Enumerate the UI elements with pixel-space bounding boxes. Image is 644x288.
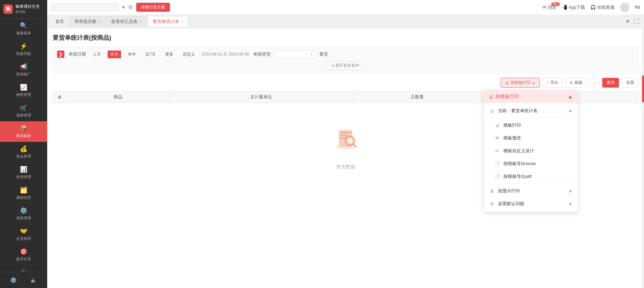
- sidebar-item-guide[interactable]: 🎯 新手引导: [0, 245, 47, 265]
- sidebar-item-sales[interactable]: 📈 销售管理: [0, 80, 47, 101]
- sidebar-item-operation[interactable]: 📊 经营管理: [0, 162, 47, 183]
- username-label[interactable]: Rit: [635, 5, 640, 10]
- print-template-button[interactable]: 🖨 按模板打印 ▲: [501, 78, 540, 88]
- template-preview-icon: 👁: [495, 135, 500, 141]
- tab-order-summary-close[interactable]: ×: [181, 20, 183, 24]
- inventory-icon: 📦: [20, 125, 27, 132]
- settings-button[interactable]: 设置: [622, 78, 639, 88]
- th-unit: 主计量单位: [170, 91, 352, 103]
- refresh-icon: ↻: [570, 81, 573, 85]
- template-custom-icon: ✏: [495, 148, 500, 154]
- sidebar-item-label: 搜索菜单: [16, 31, 31, 36]
- app-download-button[interactable]: 📲 App下载: [562, 4, 585, 10]
- sidebar-item-marketing[interactable]: 📢 营销推广: [0, 60, 47, 80]
- date-custom-button[interactable]: 自定义: [180, 51, 198, 58]
- date-filter-label: 单据日期: [68, 51, 86, 57]
- sales-icon: 📈: [20, 84, 27, 91]
- sidebar-sound-button[interactable]: 🔈: [29, 276, 38, 285]
- operation-icon: 📊: [20, 166, 27, 173]
- purchase-icon: 🛒: [20, 104, 27, 111]
- query-button[interactable]: 查询: [602, 78, 619, 88]
- template-export-pdf-item[interactable]: 📄 按模板导出pdf: [484, 170, 578, 183]
- print-current-item[interactable]: 🖨 当前：要货单统计表 ▶: [484, 104, 578, 117]
- online-service-label: 在线客服: [597, 4, 615, 10]
- headset-icon: 🎧: [590, 5, 596, 10]
- logo-icon: 畅: [3, 4, 13, 14]
- filter-expand-icon-button[interactable]: ❯: [57, 51, 64, 58]
- th-quantity: 主数量: [352, 91, 482, 103]
- tab-home[interactable]: 首页: [51, 17, 69, 27]
- template-export-excel-item[interactable]: 📄 按模板导出excel: [484, 157, 578, 170]
- refresh-button[interactable]: ↻ 刷新: [565, 78, 587, 88]
- app-download-icon: 📲: [562, 5, 567, 10]
- sidebar-item-search[interactable]: 🔍 搜索菜单: [0, 19, 47, 39]
- template-preview-item[interactable]: 👁 模板预览: [484, 132, 578, 145]
- table-toolbar: 🖨 按模板打印 ▲ ↑ 导出 ↻ 刷新 ... 查询 设置: [53, 78, 639, 88]
- settings-label: 设置: [626, 80, 634, 85]
- sidebar-item-quick-nav[interactable]: ⚡ 快捷导航: [0, 39, 47, 60]
- template-print-icon: 🖨: [495, 123, 500, 128]
- print-dropdown-body: 🖨 当前：要货单统计表 ▶ 🖨 模板打印 👁 模板预览: [484, 103, 578, 212]
- user-avatar[interactable]: [620, 3, 630, 12]
- sidebar-item-label: 经营管理: [16, 174, 31, 180]
- content-area: 要货单统计表(按商品) ❯ 单据日期 上月 本月 本年 近7天 更多 自定义 2…: [47, 28, 644, 288]
- sidebar-item-system[interactable]: ⚙️ 系统管理: [0, 203, 47, 224]
- more-options-button[interactable]: ...: [590, 78, 599, 87]
- tab-close-all-button[interactable]: ✕: [624, 18, 631, 25]
- expand-icon: ▾: [332, 63, 334, 68]
- date-more-button[interactable]: 更多: [163, 51, 176, 58]
- type-select[interactable]: [275, 50, 315, 58]
- print-header-icon: 🖨: [489, 94, 493, 99]
- topbar-search-input[interactable]: [51, 3, 119, 11]
- app-logo: 畅 畅康通好生意 标准版: [0, 0, 47, 19]
- sidebar-item-finance[interactable]: 💰 资金管理: [0, 142, 47, 162]
- default-settings-icon: ⚙: [489, 201, 495, 206]
- date-this-year-button[interactable]: 本年: [125, 51, 139, 58]
- svg-rect-2: [340, 132, 351, 133]
- messages-button[interactable]: ✉ 消息 99+: [543, 4, 556, 10]
- topbar-gear-icon[interactable]: ⚙: [128, 4, 133, 10]
- template-print-item[interactable]: 🖨 模板打印: [484, 119, 578, 132]
- messages-count: 99+: [551, 2, 560, 6]
- default-settings-label: 设置默认功能: [498, 201, 524, 207]
- tab-maximize-button[interactable]: ⛶: [633, 18, 641, 25]
- sidebar-item-purchase[interactable]: 🛒 采购管理: [0, 101, 47, 121]
- sidebar-item-inventory[interactable]: 📦 库存核算: [0, 121, 47, 142]
- print-dropdown-close-button[interactable]: ▲: [567, 94, 573, 100]
- trial-button[interactable]: 体验行业方案: [136, 3, 170, 12]
- export-button[interactable]: ↑ 导出: [543, 78, 563, 88]
- tab-collection-summary-close[interactable]: ×: [140, 20, 142, 24]
- print-arrow-icon: ▲: [532, 81, 535, 85]
- default-settings-item[interactable]: ⚙ 设置默认功能 ▶: [484, 197, 578, 210]
- sidebar-item-app-center[interactable]: 📱 应用中心: [0, 265, 47, 272]
- tab-inventory-batch[interactable]: 库存批次账 ×: [69, 16, 106, 27]
- online-service-button[interactable]: 🎧 在线客服: [590, 4, 615, 10]
- collab-icon: 🤝: [20, 227, 27, 235]
- sidebar-item-collab[interactable]: 🤝 企业协同: [0, 224, 47, 245]
- search-nav-icon: 🔍: [20, 22, 27, 29]
- scroll-thumb[interactable]: [642, 75, 644, 102]
- print-label: 按模板打印: [510, 80, 531, 86]
- dots-label: ...: [593, 80, 596, 85]
- excel-icon: 📄: [495, 161, 500, 166]
- sidebar-item-base[interactable]: 🗂️ 基础信息: [0, 183, 47, 203]
- tab-order-summary[interactable]: 要货单统计表 ×: [148, 16, 188, 27]
- guide-icon: 🎯: [20, 248, 27, 255]
- date-this-month-button[interactable]: 本月: [108, 51, 121, 58]
- topbar-dropdown-icon[interactable]: ▾: [122, 4, 125, 10]
- template-custom-item[interactable]: ✏ 模板自定义设计: [484, 145, 578, 157]
- sidebar-settings-button[interactable]: ⚙️: [9, 276, 18, 285]
- th-settings[interactable]: ⚙: [53, 91, 66, 103]
- sidebar-item-label: 营销推广: [16, 72, 31, 77]
- topbar-right: ✉ 消息 99+ 📲 App下载 🎧 在线客服 Rit: [543, 3, 640, 12]
- print-dropdown-title: 🖨 按模板打印: [489, 94, 519, 100]
- date-last-month-button[interactable]: 上月: [90, 51, 104, 58]
- tab-collection-summary[interactable]: 收发存汇总表 ×: [106, 16, 147, 27]
- expand-more-button[interactable]: ▾ 展开更多条件: [325, 61, 367, 70]
- print-current-label: 当前：要货单统计表: [498, 108, 537, 114]
- display-print-item[interactable]: 🖥 按显示打印 ▶: [484, 185, 578, 197]
- tab-inventory-batch-close[interactable]: ×: [98, 20, 100, 24]
- app-download-label: App下载: [568, 4, 585, 10]
- date-7days-button[interactable]: 近7天: [143, 51, 158, 58]
- filter-row: ❯ 单据日期 上月 本月 本年 近7天 更多 自定义 2023-06-01 至 …: [57, 50, 634, 58]
